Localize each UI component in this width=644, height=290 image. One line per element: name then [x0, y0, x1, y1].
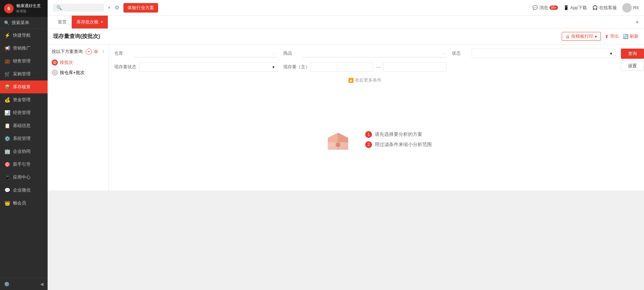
page-content: 现存量查询(按批次) 🖨 按模板打印 ▾ ⬆ 导出 🔄 刷新 [48, 29, 644, 290]
app-center-icon: 📱 [4, 174, 10, 180]
tab-bar: 首页 库存批次账 × × [48, 16, 644, 29]
page-header-actions: 🖨 按模板打印 ▾ ⬆ 导出 🔄 刷新 [562, 32, 639, 41]
sidebar-settings-icon[interactable]: ⚙️ [4, 282, 10, 287]
filter-actions: 查询 设置 [621, 44, 644, 71]
print-btn[interactable]: 🖨 按模板打印 ▾ [562, 32, 601, 41]
sidebar-item-label: 畅会员 [13, 200, 26, 206]
inv-qty-max[interactable] [383, 62, 446, 72]
sidebar-item-purchase[interactable]: 🛒 采购管理 [0, 68, 48, 80]
sidebar-item-finance[interactable]: 💰 资金管理 [0, 93, 48, 106]
tip-2-text: 用过滤条件来缩小分析范围 [375, 142, 432, 148]
tip-num-1: 1 [365, 131, 372, 138]
inv-qty-min[interactable] [310, 62, 373, 72]
collapse-btn-label: 收起更多条件 [355, 77, 382, 83]
collapse-scheme-icon[interactable]: 《 [100, 49, 104, 55]
refresh-btn-label: 刷新 [630, 33, 639, 39]
marketing-icon: 📢 [4, 45, 10, 51]
sidebar-item-label: 系统管理 [13, 135, 31, 142]
inv-status-select[interactable]: ▾ [139, 62, 278, 72]
sidebar-search[interactable]: 🔍 搜索菜单 [0, 17, 48, 29]
headset-icon: 🎧 [592, 5, 598, 10]
goods-label: 商品 [283, 50, 300, 56]
filter-content-row: 仓库 ··· 商品 ··· [109, 44, 644, 89]
svg-marker-5 [338, 133, 348, 142]
empty-state-icon [321, 123, 355, 157]
tab-home[interactable]: 首页 [53, 16, 72, 29]
print-dropdown-icon[interactable]: ▾ [595, 34, 597, 39]
page-title: 现存量查询(按批次) [53, 33, 100, 40]
user-menu[interactable]: Rit [622, 3, 639, 13]
settings-scheme-icon[interactable]: ⚙ [94, 49, 98, 54]
print-btn-label: 按模板打印 [571, 33, 593, 39]
svg-point-2 [53, 71, 56, 74]
empty-tips: 1 请先选择要分析的方案 2 用过滤条件来缩小分析范围 [365, 131, 432, 148]
collapse-up-icon: 🔼 [348, 78, 354, 83]
tab-inventory-batch[interactable]: 库存批次账 × [72, 16, 108, 29]
sidebar-item-label: 企业微信 [13, 187, 31, 193]
status-select[interactable]: ▾ [472, 49, 615, 58]
add-scheme-icon[interactable]: + [86, 49, 92, 55]
sidebar-item-enterprise[interactable]: 🏢 企业协同 [0, 145, 48, 158]
tab-close-main-icon[interactable]: × [636, 19, 639, 25]
svg-point-1 [54, 62, 55, 63]
system-icon: ⚙️ [4, 135, 10, 142]
export-btn[interactable]: ⬆ 导出 [605, 33, 619, 39]
sidebar-item-system[interactable]: ⚙️ 系统管理 [0, 132, 48, 145]
scheme-by-batch[interactable]: 按批次 [48, 57, 108, 68]
app-download-btn[interactable]: 📱 App下载 [563, 5, 587, 11]
inv-qty-range: — [310, 62, 446, 72]
sidebar-collapse-icon[interactable]: ◀ [40, 282, 44, 287]
filter-area: 按以下方案查询 + ⚙ 《 按批次 [48, 44, 644, 191]
sidebar-item-marketing[interactable]: 📢 营销推广 [0, 42, 48, 55]
dropdown-icon[interactable]: ▾ [108, 5, 111, 10]
top-search-box[interactable]: 🔍 [53, 4, 104, 12]
filter-sidebar-title: 按以下方案查询 + ⚙ 《 [48, 49, 108, 57]
settings-gear-icon[interactable]: ⚙ [115, 4, 119, 11]
sidebar-item-basic[interactable]: 📋 基础信息 [0, 119, 48, 132]
sidebar-item-label: 新手引导 [13, 161, 31, 167]
user-name: Rit [633, 5, 639, 10]
settings-btn[interactable]: 设置 [621, 61, 644, 71]
online-service-label: 在线客服 [599, 5, 617, 11]
sidebar-item-newbie[interactable]: 🎯 新手引导 [0, 158, 48, 171]
export-btn-label: 导出 [610, 33, 619, 39]
app-title: 畅康通好生意 [16, 3, 41, 9]
scheme-batch-label: 按批次 [60, 59, 73, 66]
user-avatar [622, 3, 632, 13]
sidebar-item-label: 销售管理 [13, 58, 31, 64]
filter-row-2: 现存量状态 ▾ 现存量（主） — [114, 62, 615, 72]
warehouse-input[interactable] [134, 49, 272, 57]
collapse-row[interactable]: 🔼 收起更多条件 [114, 76, 615, 85]
goods-input-wrapper: ··· [303, 49, 447, 57]
query-btn[interactable]: 查询 [621, 49, 644, 59]
messages-btn[interactable]: 💬 消息 99+ [532, 5, 558, 11]
warehouse-label: 仓库 [114, 50, 131, 56]
messages-label: 消息 [539, 5, 548, 11]
sidebar-item-sales[interactable]: 💼 销售管理 [0, 55, 48, 68]
scheme-wh-batch-label: 按仓库+批次 [60, 70, 85, 76]
scheme-by-warehouse-batch[interactable]: 按仓库+批次 [48, 68, 108, 78]
refresh-btn[interactable]: 🔄 刷新 [623, 33, 639, 39]
sidebar-item-quick-nav[interactable]: ⚡ 快捷导航 [0, 29, 48, 42]
goods-dots[interactable]: ··· [440, 51, 446, 56]
inventory-icon: 📦 [4, 84, 10, 90]
message-icon: 💬 [532, 5, 538, 10]
page-header: 现存量查询(按批次) 🖨 按模板打印 ▾ ⬆ 导出 🔄 刷新 [48, 29, 644, 44]
member-icon: 👑 [4, 200, 10, 206]
experience-btn[interactable]: 体验行业方案 [123, 3, 158, 13]
sidebar-item-wechat[interactable]: 💬 企业微信 [0, 184, 48, 197]
filter-sidebar: 按以下方案查询 + ⚙ 《 按批次 [48, 44, 109, 191]
sidebar-item-member[interactable]: 👑 畅会员 [0, 197, 48, 210]
warehouse-dots[interactable]: ··· [272, 51, 278, 56]
status-field: 状态 ▾ [452, 49, 615, 58]
online-service-btn[interactable]: 🎧 在线客服 [592, 5, 617, 11]
sidebar-item-label: 快捷导航 [13, 32, 31, 38]
goods-input[interactable] [303, 49, 441, 57]
sidebar-item-label: 基础信息 [13, 123, 31, 129]
goods-field: 商品 ··· [283, 49, 447, 57]
status-label: 状态 [452, 50, 469, 56]
sidebar-item-operations[interactable]: 📊 经营管理 [0, 106, 48, 119]
tab-close-icon[interactable]: × [101, 20, 103, 24]
sidebar-item-app-center[interactable]: 📱 应用中心 [0, 171, 48, 184]
sidebar-item-inventory[interactable]: 📦 库存核算 [0, 80, 48, 93]
